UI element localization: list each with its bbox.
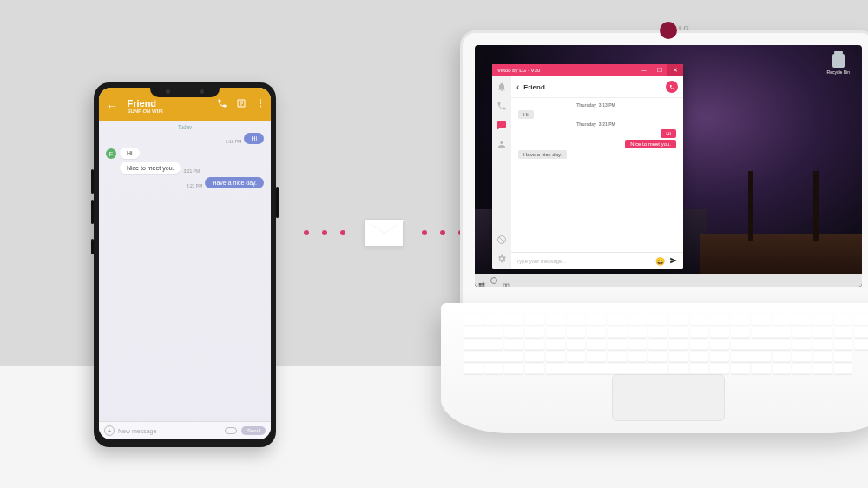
dot-icon — [422, 230, 427, 235]
svg-rect-9 — [503, 284, 506, 287]
task-view-icon[interactable] — [503, 277, 510, 284]
back-arrow-icon[interactable]: ← — [106, 99, 118, 113]
contacts-icon[interactable] — [496, 139, 507, 149]
emoji-icon[interactable] — [225, 427, 237, 434]
contact-name: Friend — [523, 83, 666, 91]
assistant-button[interactable] — [91, 239, 94, 254]
message-bubble[interactable]: Have a nice day. — [205, 177, 264, 188]
laptop-base — [441, 303, 868, 433]
send-button[interactable]: Send — [241, 426, 266, 435]
message-bubble[interactable]: Hi — [244, 133, 264, 144]
minimize-button[interactable]: ─ — [636, 64, 652, 76]
smartphone-device: ← Friend SUNF ON WIFI Today 3:16 PM Hi F… — [94, 82, 276, 447]
dot-icon — [304, 230, 309, 235]
phone-notch — [150, 86, 220, 97]
recycle-bin[interactable]: Recycle Bin — [827, 54, 850, 75]
recycle-bin-icon — [832, 54, 845, 68]
keyboard-row[interactable] — [464, 327, 868, 338]
message-time: 3:21 PM — [183, 168, 200, 174]
laptop-device: Recycle Bin Virtoo by LG - V30 ─ ☐ ✕ — [460, 30, 868, 433]
day-separator: Thursday3:13 PM — [511, 101, 683, 109]
day-separator: Thursday3:21 PM — [511, 120, 683, 129]
message-bubble[interactable]: Nice to meet you. — [120, 162, 181, 174]
message-outgoing: 3:21 PM Have a nice day. — [99, 175, 271, 190]
svg-point-0 — [260, 100, 261, 102]
messaging-app-window: Virtoo by LG - V30 ─ ☐ ✕ — [492, 64, 683, 269]
day-separator: Today — [99, 121, 271, 131]
window-titlebar[interactable]: Virtoo by LG - V30 ─ ☐ ✕ — [492, 64, 683, 76]
chat-scroll[interactable]: Thursday3:13 PM Hi Thursday3:21 PM Hi Ni… — [511, 98, 683, 252]
app-input-bar: Type your message... 😀 — [511, 252, 683, 269]
message-outgoing: Hi — [511, 129, 683, 139]
brand-label: LG — [679, 24, 690, 32]
message-outgoing: Nice to meet you. — [511, 139, 683, 149]
back-arrow-icon[interactable]: ‹ — [516, 82, 519, 92]
send-button[interactable] — [669, 256, 678, 266]
app-main: ‹ Friend Thursday3:13 PM Hi Thursday3:21… — [511, 76, 683, 269]
dot-icon — [440, 230, 445, 235]
keyboard-row[interactable] — [464, 364, 868, 374]
messages-icon[interactable] — [496, 120, 507, 130]
notifications-icon[interactable] — [496, 82, 507, 92]
lg-logo-icon — [660, 22, 677, 39]
search-icon[interactable] — [490, 277, 497, 284]
message-outgoing: 3:16 PM Hi — [99, 131, 271, 146]
attach-icon[interactable]: + — [104, 425, 115, 436]
envelope-icon — [364, 219, 404, 247]
wallpaper-pier — [700, 171, 862, 287]
contact-name: Friend — [127, 98, 156, 109]
app-sidebar — [492, 76, 511, 269]
message-input[interactable]: New message — [118, 428, 156, 434]
close-button[interactable]: ✕ — [667, 64, 683, 76]
block-icon[interactable] — [496, 234, 507, 245]
message-bubble[interactable]: Nice to meet you. — [625, 140, 676, 148]
laptop-screen: Recycle Bin Virtoo by LG - V30 ─ ☐ ✕ — [475, 45, 862, 287]
window-title: Virtoo by LG - V30 — [497, 68, 636, 73]
volume-up-button[interactable] — [91, 169, 94, 194]
svg-rect-10 — [506, 284, 509, 287]
maximize-button[interactable]: ☐ — [652, 64, 667, 76]
settings-icon[interactable] — [496, 254, 507, 264]
windows-taskbar[interactable] — [475, 274, 862, 287]
dot-icon — [340, 230, 345, 235]
svg-point-1 — [260, 102, 261, 104]
trackpad[interactable] — [612, 374, 725, 421]
svg-rect-6 — [482, 283, 484, 286]
emoji-button[interactable]: 😀 — [655, 257, 665, 266]
message-bubble[interactable]: Hi — [518, 110, 534, 119]
call-button[interactable] — [666, 81, 678, 93]
recycle-bin-label: Recycle Bin — [827, 69, 850, 75]
phone-input-bar: + New message Send — [99, 421, 271, 439]
message-time: 3:21 PM — [187, 183, 203, 188]
keyboard-row[interactable] — [464, 340, 868, 350]
keyboard-row[interactable] — [464, 352, 868, 362]
volume-down-button[interactable] — [91, 200, 94, 224]
calls-icon[interactable] — [496, 101, 507, 111]
svg-point-2 — [260, 106, 261, 108]
message-input[interactable]: Type your message... — [516, 259, 651, 264]
transfer-animation — [304, 219, 464, 247]
message-time: 3:16 PM — [226, 139, 242, 144]
more-icon[interactable] — [255, 98, 266, 109]
start-button-icon[interactable] — [478, 277, 485, 284]
message-incoming: Hi — [511, 109, 683, 120]
power-button[interactable] — [276, 187, 279, 218]
svg-line-4 — [499, 237, 504, 242]
dot-icon — [322, 230, 327, 235]
svg-rect-5 — [479, 283, 482, 286]
message-incoming: Have a nice day. — [511, 149, 683, 160]
keyboard-row[interactable] — [464, 315, 868, 326]
message-bubble[interactable]: Have a nice day. — [518, 150, 567, 159]
contact-status: SUNF ON WIFI — [127, 109, 162, 114]
message-bubble[interactable]: Hi — [120, 148, 140, 159]
laptop-lid: Recycle Bin Virtoo by LG - V30 ─ ☐ ✕ — [460, 30, 868, 308]
svg-rect-8 — [482, 286, 484, 287]
avatar[interactable]: F — [106, 148, 116, 159]
call-icon[interactable] — [217, 98, 227, 109]
message-bubble[interactable]: Hi — [661, 129, 676, 138]
message-incoming: Nice to meet you. 3:21 PM — [99, 161, 271, 175]
note-icon[interactable] — [236, 98, 247, 109]
message-incoming: F Hi — [99, 146, 271, 161]
chat-header: ‹ Friend — [511, 76, 683, 98]
phone-screen: ← Friend SUNF ON WIFI Today 3:16 PM Hi F… — [99, 88, 271, 439]
